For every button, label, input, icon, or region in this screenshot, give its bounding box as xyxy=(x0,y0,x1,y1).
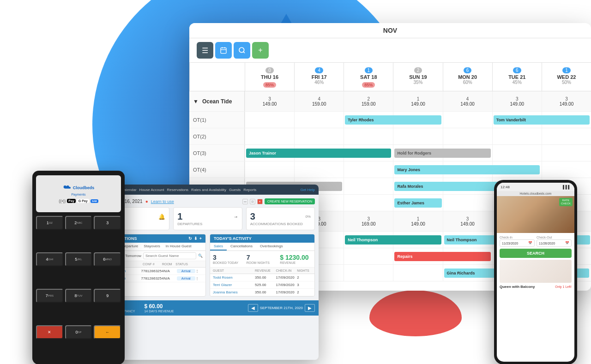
key-6[interactable]: 6MNO xyxy=(94,252,121,266)
checkin-input[interactable]: 11/23/2020 📅 xyxy=(500,239,535,247)
activity-tab-sales[interactable]: Sales xyxy=(210,243,227,251)
act-checkin-joanna: 17/09/2020 xyxy=(276,290,297,294)
checkout-input[interactable]: 11/26/2020 📅 xyxy=(537,239,572,247)
cell-ot6-sat18 xyxy=(344,195,393,211)
day-name-tue21: TUE 21 xyxy=(495,74,540,80)
key-backspace[interactable]: ← xyxy=(94,325,121,339)
key-8[interactable]: 8TUV xyxy=(65,289,92,303)
stat-revenue: $ 1230.00 REVENUE xyxy=(280,254,312,264)
reservation-esther-james[interactable]: Esther James xyxy=(394,198,441,208)
act-guest-terri[interactable]: Terri Glazer xyxy=(213,283,255,287)
pms-maximize-btn[interactable]: □ xyxy=(250,199,255,204)
stat-room-nights: 7 ROOM NIGHTS xyxy=(247,254,278,264)
reservation-tyler-rhodes[interactable]: Tyler Rhodes xyxy=(345,115,441,125)
reservation-tom-vanderbilt[interactable]: Tom Vanderbilt xyxy=(494,115,590,125)
pms-close-btn[interactable]: ✕ xyxy=(257,199,263,204)
reservations-refresh-icon[interactable]: ↻ xyxy=(188,236,192,241)
svg-point-4 xyxy=(239,48,244,53)
activity-tabs: Sales Cancellations Overbookings xyxy=(210,243,314,251)
menu-button[interactable]: ☰ xyxy=(197,42,213,59)
day-col-fri17: 4 FRI 17 46% xyxy=(294,63,344,91)
cell-repairs-sun19: Repairs xyxy=(393,248,442,264)
reservation-repairs[interactable]: Repairs xyxy=(394,252,490,261)
key-0[interactable]: 0SP xyxy=(65,325,92,339)
arrivals-bell-icon[interactable]: 🔔 xyxy=(158,214,165,220)
reservation-jason-trainor[interactable]: Jason Trainor xyxy=(246,149,391,158)
day-col-wed22: 1 WED 22 50% xyxy=(542,63,591,91)
pms-nav-reports[interactable]: Reports xyxy=(243,188,256,192)
status-erik: Arrival xyxy=(177,276,195,280)
occ-badge-sat18: 85% xyxy=(362,82,375,88)
key-2[interactable]: 2ABC xyxy=(65,216,92,230)
cell-ot2-tue21 xyxy=(492,128,542,144)
day-badge-wed22: 1 xyxy=(562,67,571,73)
action-erik[interactable]: ⋮ xyxy=(195,276,203,280)
guest-search-input[interactable] xyxy=(143,252,196,259)
day-badge-thu16: 0 xyxy=(265,67,274,73)
calendar-view-button[interactable] xyxy=(215,42,232,59)
search-button[interactable] xyxy=(234,42,250,59)
act-guest-joanna[interactable]: Joanna Barnes xyxy=(213,290,255,294)
cell-ot2-thu16 xyxy=(245,128,294,144)
cell-ot1-fri17 xyxy=(294,112,344,128)
pms-nav-reservations[interactable]: Reservations xyxy=(167,188,188,192)
key-1[interactable]: 1OZ xyxy=(36,216,63,230)
section-price-wed22: 3149.00 xyxy=(542,91,591,111)
pms-minimize-btn[interactable]: — xyxy=(242,199,248,204)
pms-status-indicator: ● xyxy=(145,199,148,204)
key-7[interactable]: 7PRS xyxy=(36,289,63,303)
calendar-days-header: 0 THU 16 85% 4 FRI 17 46% 1 SAT 18 85% 2… xyxy=(189,63,591,91)
activity-tab-overbookings[interactable]: Overbookings xyxy=(256,243,286,251)
activity-tab-cancellations[interactable]: Cancellations xyxy=(227,243,256,251)
cell-ot4-sat18 xyxy=(344,161,393,178)
room-row-ot1: OT(1) Tyler Rhodes Tom Vanderbilt xyxy=(189,112,591,128)
cell-ot2-mon20 xyxy=(443,128,492,144)
key-cancel[interactable]: ✕ xyxy=(36,325,63,339)
reservation-mary-jones[interactable]: Mary Jones xyxy=(394,165,539,174)
date-nav-next-button[interactable]: ▶ xyxy=(305,304,315,312)
mobile-search-button[interactable]: SEARCH xyxy=(500,249,572,258)
date-nav-prev-button[interactable]: ◀ xyxy=(248,304,258,312)
day-name-sun19: SUN 19 xyxy=(395,74,440,80)
pms-help-link[interactable]: Get Help xyxy=(300,188,315,192)
room-label-ot2: OT(2) xyxy=(189,128,245,144)
key-3[interactable]: 3 xyxy=(94,216,121,230)
tab-stayovers[interactable]: Stayovers xyxy=(141,243,163,251)
key-5[interactable]: 5JKL xyxy=(65,252,92,266)
section-name: Ocean Tide xyxy=(202,98,232,105)
act-col-checkin: CHECK-IN xyxy=(276,269,297,272)
action-emmy[interactable]: ⋮ xyxy=(195,269,203,273)
tab-in-house[interactable]: In House Guest xyxy=(163,243,194,251)
reservations-add-icon[interactable]: + xyxy=(199,236,202,241)
calendar-toolbar: ☰ + xyxy=(189,38,591,63)
activity-panel: TODAY'S ACTIVITY Sales Cancellations Ove… xyxy=(210,234,315,297)
create-reservation-button[interactable]: CREATE NEW RESERVATION xyxy=(265,198,315,204)
day-badge-sun19: 2 xyxy=(414,67,422,73)
checkin-calendar-icon: 📅 xyxy=(528,241,532,245)
cell-ot4-sun19: Mary Jones xyxy=(393,161,442,178)
departures-arrow-icon[interactable]: → xyxy=(234,214,238,219)
reservation-neil-thompson-1[interactable]: Neil Thompson xyxy=(345,235,441,245)
reservation-hold-rodgers[interactable]: Hold for Rodgers xyxy=(394,149,490,158)
add-button[interactable]: + xyxy=(252,42,269,59)
activity-panel-header: TODAY'S ACTIVITY xyxy=(210,234,314,243)
pms-nav-house[interactable]: House Account xyxy=(139,188,164,192)
key-4[interactable]: 4GHI xyxy=(36,252,63,266)
cell-ot5-sat18 xyxy=(344,178,393,194)
stat-booked-today: 3 BOOKED TODAY xyxy=(213,254,245,264)
key-9[interactable]: 9 xyxy=(94,289,121,303)
day-badge-sat18: 1 xyxy=(365,67,373,73)
pms-nav-guests[interactable]: Guests xyxy=(229,188,241,192)
search-icon[interactable]: 🔍 xyxy=(198,254,203,258)
act-guest-todd[interactable]: Todd Rosen xyxy=(213,275,255,280)
pms-learn-link[interactable]: Learn to use xyxy=(151,199,174,204)
terminal-brand-sub: Payments xyxy=(71,193,85,196)
pms-nav-rates[interactable]: Rates and Availability xyxy=(191,188,226,192)
act-nights-terri: 3 xyxy=(297,283,312,287)
rate-check-button[interactable]: RATECHECK xyxy=(559,198,573,206)
reservations-download-icon[interactable]: ⬇ xyxy=(194,236,198,241)
cell-neil-sat18: Neil Thompson xyxy=(344,232,393,248)
booked-today-number: 3 xyxy=(213,254,245,261)
act-col-revenue: REVENUE xyxy=(255,269,276,272)
day-name-sat18: SAT 18 xyxy=(346,74,391,80)
